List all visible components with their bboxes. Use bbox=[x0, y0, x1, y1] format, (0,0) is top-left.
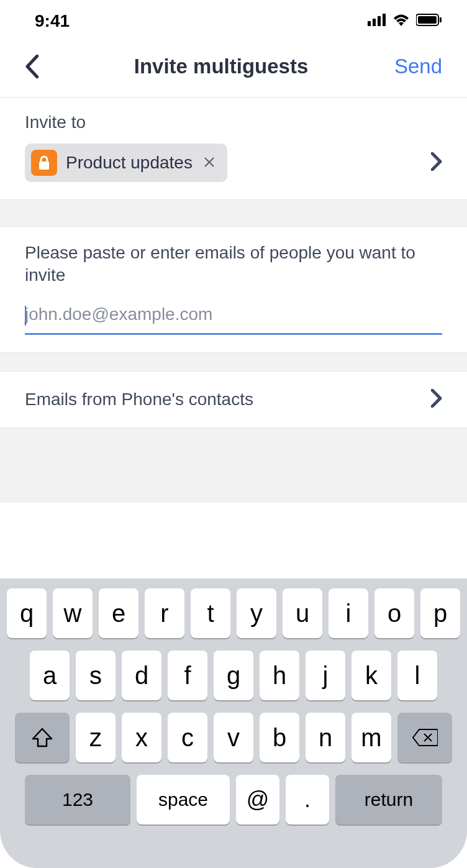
key-shift[interactable] bbox=[15, 713, 70, 762]
keyboard-row-2: a s d f g h j k l bbox=[5, 651, 462, 700]
backspace-icon bbox=[412, 728, 438, 747]
status-icons bbox=[368, 14, 442, 29]
status-bar: 9:41 bbox=[0, 0, 467, 37]
send-button[interactable]: Send bbox=[392, 55, 442, 78]
key-dot[interactable]: . bbox=[286, 775, 329, 825]
email-section: Please paste or enter emails of people y… bbox=[0, 227, 467, 352]
text-cursor bbox=[25, 306, 26, 326]
key-return[interactable]: return bbox=[335, 775, 442, 825]
svg-rect-3 bbox=[383, 14, 386, 26]
svg-rect-6 bbox=[440, 17, 442, 22]
svg-rect-2 bbox=[378, 16, 381, 26]
key-at[interactable]: @ bbox=[236, 775, 279, 825]
key-a[interactable]: a bbox=[30, 651, 70, 700]
invite-to-row[interactable]: Product updates bbox=[25, 144, 442, 182]
keyboard-row-1: q w e r t y u i o p bbox=[5, 588, 462, 638]
key-f[interactable]: f bbox=[168, 651, 207, 700]
keyboard: q w e r t y u i o p a s d f g h j k l z … bbox=[0, 578, 467, 868]
key-m[interactable]: m bbox=[351, 713, 391, 762]
email-placeholder: john.doe@example.com bbox=[25, 304, 212, 324]
chevron-left-icon bbox=[25, 55, 39, 78]
shift-icon bbox=[32, 728, 53, 747]
email-instruction: Please paste or enter emails of people y… bbox=[25, 242, 442, 287]
key-b[interactable]: b bbox=[260, 713, 299, 762]
key-s[interactable]: s bbox=[76, 651, 116, 700]
chevron-right-icon bbox=[431, 389, 442, 410]
key-y[interactable]: y bbox=[237, 588, 276, 638]
keyboard-row-3: z x c v b n m bbox=[5, 713, 462, 762]
svg-rect-0 bbox=[368, 21, 371, 26]
email-input[interactable]: john.doe@example.com bbox=[25, 304, 442, 335]
status-time: 9:41 bbox=[35, 11, 70, 31]
key-h[interactable]: h bbox=[260, 651, 299, 700]
key-u[interactable]: u bbox=[283, 588, 322, 638]
battery-icon bbox=[416, 14, 442, 29]
contacts-label: Emails from Phone's contacts bbox=[25, 390, 253, 409]
key-k[interactable]: k bbox=[351, 651, 391, 700]
key-j[interactable]: j bbox=[306, 651, 345, 700]
back-button[interactable] bbox=[25, 55, 50, 78]
key-n[interactable]: n bbox=[306, 713, 345, 762]
key-123[interactable]: 123 bbox=[25, 775, 130, 825]
svg-rect-1 bbox=[373, 19, 376, 26]
key-p[interactable]: p bbox=[420, 588, 460, 638]
key-space[interactable]: space bbox=[137, 775, 230, 825]
close-icon bbox=[204, 157, 215, 168]
contacts-row[interactable]: Emails from Phone's contacts bbox=[0, 371, 467, 428]
invite-to-label: Invite to bbox=[25, 112, 442, 132]
key-o[interactable]: o bbox=[374, 588, 414, 638]
key-i[interactable]: i bbox=[329, 588, 368, 638]
content-gap bbox=[0, 428, 467, 503]
section-spacer bbox=[0, 352, 467, 371]
keyboard-row-4: 123 space @ . return bbox=[5, 775, 462, 825]
page-title: Invite multiguests bbox=[50, 55, 392, 78]
channel-chip: Product updates bbox=[25, 144, 227, 182]
key-r[interactable]: r bbox=[145, 588, 184, 638]
svg-rect-7 bbox=[39, 162, 49, 170]
wifi-icon bbox=[392, 14, 410, 29]
section-spacer bbox=[0, 199, 467, 227]
key-t[interactable]: t bbox=[191, 588, 230, 638]
key-x[interactable]: x bbox=[122, 713, 161, 762]
key-z[interactable]: z bbox=[76, 713, 116, 762]
svg-rect-5 bbox=[418, 16, 437, 24]
cellular-icon bbox=[368, 14, 386, 29]
key-backspace[interactable] bbox=[397, 713, 452, 762]
channel-name: Product updates bbox=[66, 153, 193, 173]
key-d[interactable]: d bbox=[122, 651, 161, 700]
chevron-right-icon bbox=[431, 152, 442, 173]
key-c[interactable]: c bbox=[168, 713, 207, 762]
key-e[interactable]: e bbox=[99, 588, 138, 638]
invite-to-section: Invite to Product updates bbox=[0, 98, 467, 199]
lock-icon bbox=[31, 150, 57, 176]
key-l[interactable]: l bbox=[397, 651, 437, 700]
chip-remove-button[interactable] bbox=[201, 154, 217, 171]
key-v[interactable]: v bbox=[214, 713, 253, 762]
key-w[interactable]: w bbox=[53, 588, 93, 638]
key-q[interactable]: q bbox=[7, 588, 47, 638]
key-g[interactable]: g bbox=[214, 651, 253, 700]
nav-bar: Invite multiguests Send bbox=[0, 37, 467, 98]
